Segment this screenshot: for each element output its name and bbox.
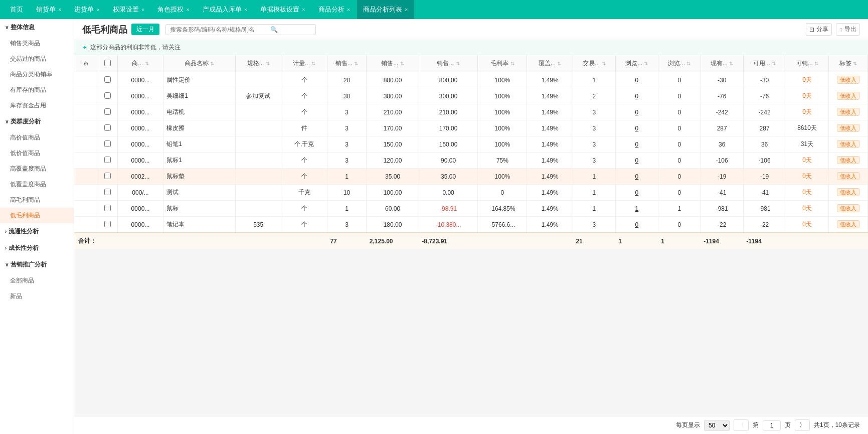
close-icon[interactable]: × xyxy=(141,7,144,13)
col-unit[interactable]: 计量... ⇅ xyxy=(281,55,327,72)
row-checkbox[interactable] xyxy=(98,185,117,201)
col-current[interactable]: 现有... ⇅ xyxy=(701,55,743,72)
row-select-checkbox[interactable] xyxy=(104,221,111,227)
row-checkbox[interactable] xyxy=(98,88,117,104)
sidebar-section-growth[interactable]: › 成长性分析 xyxy=(0,240,74,256)
col-view1[interactable]: 浏览... ⇅ xyxy=(615,55,658,72)
sidebar-item-traded[interactable]: 交易过的商品 xyxy=(0,51,74,67)
col-gross-rate[interactable]: 毛利率 ⇅ xyxy=(478,55,527,72)
sidebar-item-sales-products[interactable]: 销售类商品 xyxy=(0,36,74,51)
row-select-checkbox[interactable] xyxy=(104,157,111,163)
view1-link[interactable]: 0 xyxy=(635,141,638,148)
view1-link[interactable]: 0 xyxy=(635,189,638,196)
view1-link[interactable]: 0 xyxy=(635,77,638,84)
view1-link[interactable]: 0 xyxy=(635,221,638,228)
sidebar-item-all-products[interactable]: 全部商品 xyxy=(0,273,74,288)
close-icon[interactable]: × xyxy=(405,7,408,13)
col-sales-profit[interactable]: 销售... ⇅ xyxy=(419,55,478,72)
col-name[interactable]: 商品名称 ⇅ xyxy=(163,55,236,72)
col-view2[interactable]: 浏览... ⇅ xyxy=(658,55,701,72)
sidebar-section-marketing[interactable]: ∨ 营销推广分析 xyxy=(0,256,74,273)
close-icon[interactable]: × xyxy=(347,7,350,13)
view1-link[interactable]: 0 xyxy=(635,173,638,180)
nav-home[interactable]: 首页 xyxy=(4,0,29,19)
row-checkbox[interactable] xyxy=(98,104,117,120)
view1-link[interactable]: 1 xyxy=(635,205,638,212)
col-spec[interactable]: 规格... ⇅ xyxy=(235,55,281,72)
row-checkbox[interactable] xyxy=(98,136,117,153)
sidebar-item-low-coverage[interactable]: 低覆盖度商品 xyxy=(0,177,74,192)
row-view1[interactable]: 0 xyxy=(615,169,658,185)
per-page-select[interactable]: 50 100 200 xyxy=(704,420,730,431)
row-view1[interactable]: 0 xyxy=(615,72,658,88)
row-select-checkbox[interactable] xyxy=(104,76,111,83)
sidebar-item-high-value[interactable]: 高价值商品 xyxy=(0,130,74,146)
row-view1[interactable]: 0 xyxy=(615,153,658,169)
sidebar-section-cluster[interactable]: ∨ 类群度分析 xyxy=(0,113,74,130)
export-button[interactable]: ↑ 导出 xyxy=(836,23,860,36)
row-view1[interactable]: 0 xyxy=(615,120,658,136)
col-sellable[interactable]: 可销... ⇅ xyxy=(786,55,828,72)
prev-page-button[interactable]: 〈 xyxy=(734,419,749,431)
row-checkbox[interactable] xyxy=(98,72,117,88)
row-select-checkbox[interactable] xyxy=(104,140,111,147)
close-icon[interactable]: × xyxy=(302,7,305,13)
row-select-checkbox[interactable] xyxy=(104,92,111,99)
sidebar-item-stock-funds[interactable]: 库存资金占用 xyxy=(0,98,74,113)
sidebar-section-overall[interactable]: ∨ 整体信息 xyxy=(0,19,74,36)
sidebar-item-low-value[interactable]: 低价值商品 xyxy=(0,146,74,161)
sidebar-item-new-products[interactable]: 新品 xyxy=(0,288,74,304)
row-view1[interactable]: 0 xyxy=(615,136,658,153)
col-settings[interactable]: ⚙ xyxy=(74,55,98,72)
row-view1[interactable]: 0 xyxy=(615,185,658,201)
view1-link[interactable]: 0 xyxy=(635,125,638,132)
col-sales-price[interactable]: 销售... ⇅ xyxy=(367,55,419,72)
nav-template[interactable]: 单据模板设置 × xyxy=(254,0,311,19)
row-select-checkbox[interactable] xyxy=(104,205,111,211)
close-icon[interactable]: × xyxy=(244,7,247,13)
row-view1[interactable]: 1 xyxy=(615,201,658,217)
nav-role[interactable]: 角色授权 × xyxy=(151,0,195,19)
search-icon[interactable]: 🔍 xyxy=(270,26,278,33)
col-code[interactable]: 商... ⇅ xyxy=(117,55,163,72)
col-available[interactable]: 可用... ⇅ xyxy=(743,55,786,72)
row-checkbox[interactable] xyxy=(98,153,117,169)
sidebar-item-high-profit[interactable]: 高毛利商品 xyxy=(0,192,74,208)
sidebar-item-low-profit[interactable]: 低毛利商品 xyxy=(0,208,74,223)
row-checkbox[interactable] xyxy=(98,201,117,217)
row-view1[interactable]: 0 xyxy=(615,217,658,233)
next-page-button[interactable]: 〉 xyxy=(795,419,810,431)
view1-link[interactable]: 0 xyxy=(635,93,638,100)
sidebar-section-flow[interactable]: › 流通性分析 xyxy=(0,223,74,240)
nav-product-entry[interactable]: 产成品入库单 × xyxy=(197,0,253,19)
row-select-checkbox[interactable] xyxy=(104,173,111,179)
share-button[interactable]: ⊡ 分享 xyxy=(806,23,832,36)
sidebar-item-category-sales[interactable]: 商品分类助销率 xyxy=(0,67,74,82)
row-select-checkbox[interactable] xyxy=(104,189,111,195)
nav-product-analysis-list[interactable]: 商品分析列表 × xyxy=(357,0,414,19)
nav-sales[interactable]: 销货单 × xyxy=(30,0,67,19)
sidebar-item-in-stock[interactable]: 有库存的商品 xyxy=(0,82,74,98)
row-select-checkbox[interactable] xyxy=(104,108,111,115)
col-trans[interactable]: 交易... ⇅ xyxy=(573,55,615,72)
nav-product-analysis[interactable]: 商品分析 × xyxy=(312,0,356,19)
col-coverage[interactable]: 覆盖... ⇅ xyxy=(527,55,573,72)
row-checkbox[interactable] xyxy=(98,169,117,185)
close-icon[interactable]: × xyxy=(96,7,99,13)
view1-link[interactable]: 0 xyxy=(635,109,638,116)
view1-link[interactable]: 0 xyxy=(635,157,638,164)
sidebar-item-high-coverage[interactable]: 高覆盖度商品 xyxy=(0,161,74,177)
row-select-checkbox[interactable] xyxy=(104,124,111,131)
row-checkbox[interactable] xyxy=(98,217,117,233)
page-number-input[interactable] xyxy=(763,420,781,430)
nav-permission[interactable]: 权限设置 × xyxy=(107,0,150,19)
row-checkbox[interactable] xyxy=(98,120,117,136)
close-icon[interactable]: × xyxy=(58,7,61,13)
search-input[interactable] xyxy=(170,26,270,33)
nav-purchase[interactable]: 进货单 × xyxy=(68,0,105,19)
select-all-checkbox[interactable] xyxy=(104,60,111,66)
filter-button[interactable]: 近一月 xyxy=(131,24,159,35)
row-view1[interactable]: 0 xyxy=(615,88,658,104)
col-tag[interactable]: 标签 ⇅ xyxy=(828,55,867,72)
col-sales-count[interactable]: 销售... ⇅ xyxy=(327,55,366,72)
